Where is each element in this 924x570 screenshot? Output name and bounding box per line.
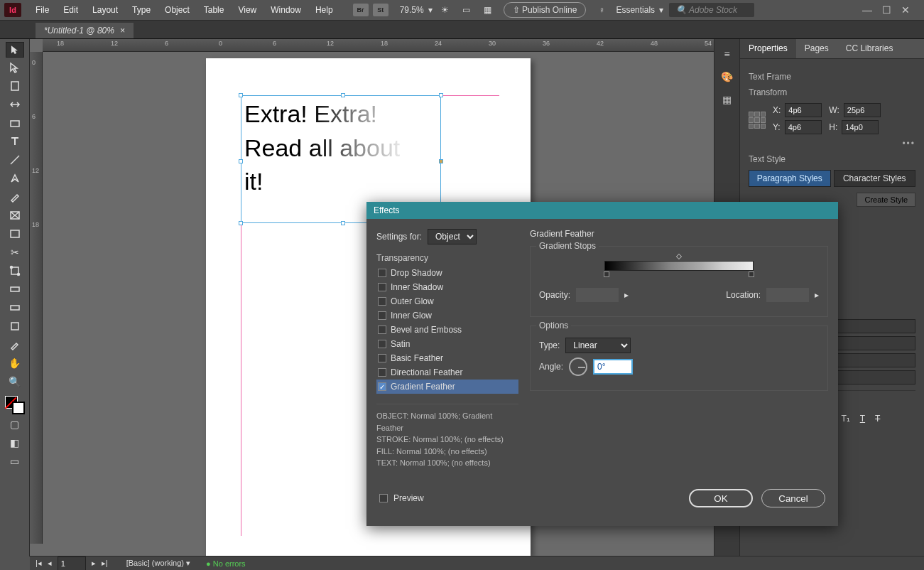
rectangle-tool[interactable] (6, 225, 24, 242)
view-mode-icon[interactable]: ☀ (439, 4, 452, 16)
master-page-dropdown[interactable]: [Basic] (working) ▾ (126, 559, 190, 568)
swatches-panel-icon[interactable]: ▦ (720, 93, 734, 106)
fx-inner-glow[interactable]: Inner Glow (376, 308, 518, 323)
menu-table[interactable]: Table (197, 2, 232, 18)
workspace-dropdown[interactable]: Essentials ▾ (610, 3, 669, 17)
document-tab[interactable]: *Untitled-1 @ 80%× (36, 23, 134, 38)
fx-satin[interactable]: Satin (376, 337, 518, 351)
page-tool[interactable] (6, 77, 24, 95)
reference-point-grid[interactable] (749, 112, 766, 129)
underline-icon[interactable]: T (860, 414, 865, 424)
svg-rect-9 (11, 323, 18, 330)
ok-button[interactable]: OK (689, 489, 753, 507)
h-input[interactable] (842, 120, 879, 134)
maximize-icon[interactable]: ☐ (882, 4, 891, 16)
type-select[interactable]: Linear (565, 338, 631, 353)
create-style-button[interactable]: Create Style (857, 193, 915, 207)
w-input[interactable] (844, 103, 881, 117)
direct-selection-tool[interactable] (6, 59, 24, 76)
character-styles-tab[interactable]: Character Styles (834, 170, 916, 187)
selection-tool[interactable] (6, 42, 24, 58)
app-badge: Id (4, 3, 21, 17)
fill-stroke-swatch[interactable] (5, 396, 25, 414)
properties-panel-icon[interactable]: ≡ (720, 48, 734, 60)
gradient-ramp[interactable] (604, 261, 754, 271)
fx-outer-glow[interactable]: Outer Glow (376, 294, 518, 308)
rectangle-frame-tool[interactable] (6, 207, 24, 224)
stock-icon[interactable]: St (373, 4, 388, 16)
fx-drop-shadow[interactable]: Drop Shadow (376, 266, 518, 280)
eyedropper-tool[interactable] (6, 336, 24, 353)
menu-file[interactable]: File (28, 2, 56, 18)
preview-checkbox[interactable]: Preview (379, 493, 424, 503)
publish-online-button[interactable]: ⇧ Publish Online (504, 2, 587, 18)
note-tool[interactable] (6, 318, 24, 335)
fx-directional-feather[interactable]: Directional Feather (376, 365, 518, 380)
menu-view[interactable]: View (231, 2, 263, 18)
tab-close-icon[interactable]: × (120, 26, 125, 36)
tab-properties[interactable]: Properties (740, 39, 796, 58)
apply-color-icon[interactable]: ◧ (6, 434, 24, 451)
menu-help[interactable]: Help (308, 2, 340, 18)
gradient-stop-left[interactable] (604, 271, 609, 277)
hand-tool[interactable]: ✋ (6, 355, 24, 372)
pencil-tool[interactable] (6, 188, 24, 205)
fx-bevel-emboss[interactable]: Bevel and Emboss (376, 323, 518, 337)
screen-mode-icon[interactable]: ▭ (460, 4, 473, 16)
paragraph-styles-tab[interactable]: Paragraph Styles (749, 170, 831, 187)
tab-cc-libraries[interactable]: CC Libraries (837, 39, 902, 58)
menu-window[interactable]: Window (263, 2, 308, 18)
gradient-feather-tool[interactable] (6, 299, 24, 316)
free-transform-tool[interactable] (6, 262, 24, 279)
tab-pages[interactable]: Pages (796, 39, 837, 58)
gradient-stop-right[interactable] (749, 271, 754, 277)
menu-object[interactable]: Object (158, 2, 197, 18)
color-panel-icon[interactable]: 🎨 (720, 70, 734, 83)
transparency-heading[interactable]: Transparency (376, 253, 518, 263)
strikethrough-icon[interactable]: T (875, 414, 880, 424)
line-tool[interactable] (6, 151, 24, 168)
search-stock[interactable]: 🔍 Adobe Stock (669, 3, 754, 17)
fx-gradient-feather[interactable]: ✓Gradient Feather (376, 380, 518, 394)
scissors-tool[interactable]: ✂ (6, 244, 24, 261)
next-page-icon[interactable]: ▸ (92, 559, 96, 568)
gradient-swatch-tool[interactable] (6, 281, 24, 298)
gap-tool[interactable] (6, 96, 24, 113)
x-input[interactable] (785, 103, 822, 117)
svg-rect-1 (11, 121, 19, 127)
bridge-icon[interactable]: Br (353, 4, 369, 16)
svg-rect-3 (11, 230, 19, 237)
pen-tool[interactable] (6, 170, 24, 187)
menu-edit[interactable]: Edit (56, 2, 85, 18)
page-number-input[interactable] (58, 556, 86, 571)
minimize-icon[interactable]: — (862, 4, 872, 16)
cancel-button[interactable]: Cancel (761, 489, 825, 507)
opacity-input[interactable] (576, 288, 619, 302)
gradient-midpoint-icon[interactable] (676, 254, 682, 259)
zoom-tool[interactable]: 🔍 (6, 373, 24, 390)
fx-basic-feather[interactable]: Basic Feather (376, 351, 518, 365)
view-mode-toggle[interactable]: ▭ (6, 453, 24, 470)
formatting-container-icon[interactable]: ▢ (6, 416, 24, 433)
menu-type[interactable]: Type (125, 2, 158, 18)
menu-layout[interactable]: Layout (85, 2, 125, 18)
transform-more-icon[interactable]: ••• (749, 139, 915, 149)
y-input[interactable] (785, 120, 822, 134)
fx-inner-shadow[interactable]: Inner Shadow (376, 280, 518, 294)
preflight-status[interactable]: ● No errors (206, 559, 246, 568)
arrange-icon[interactable]: ▦ (482, 4, 494, 16)
subscript-icon[interactable]: T₁ (841, 414, 849, 424)
location-input[interactable] (766, 288, 809, 302)
bulb-icon[interactable]: ♀ (595, 4, 608, 16)
first-page-icon[interactable]: |◂ (36, 559, 42, 568)
angle-dial[interactable] (569, 357, 587, 376)
zoom-level[interactable]: 79.5% ▾ (400, 5, 433, 15)
settings-for-select[interactable]: Object (428, 229, 477, 244)
content-collector-tool[interactable] (6, 114, 24, 131)
type-tool[interactable] (6, 133, 24, 150)
prev-page-icon[interactable]: ◂ (48, 559, 52, 568)
angle-input[interactable] (593, 359, 633, 375)
close-icon[interactable]: ✕ (901, 4, 910, 16)
last-page-icon[interactable]: ▸| (102, 559, 108, 568)
settings-for-label: Settings for: (376, 232, 422, 242)
